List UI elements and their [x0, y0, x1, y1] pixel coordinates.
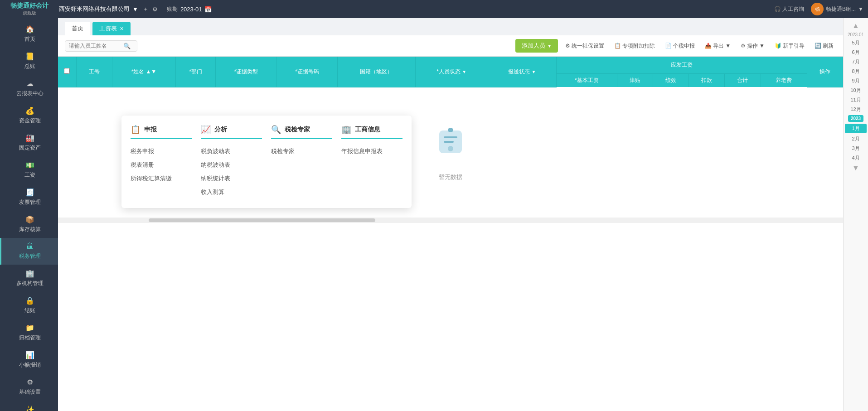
section-label-expert: 税检专家 — [285, 126, 310, 134]
sidebar-item-fund[interactable]: 💰 资金管理 — [0, 102, 58, 129]
refresh-label: 刷新 — [823, 42, 834, 50]
menu-item-tax-stats[interactable]: 纳税统计表 — [201, 172, 262, 185]
action-operation[interactable]: ⚙ 操作 ▼ — [738, 40, 767, 52]
sidebar-item-invoice[interactable]: 🧾 发票管理 — [0, 184, 58, 211]
cal-month-7[interactable]: 7月 — [852, 57, 859, 67]
sidebar-item-xiaochang[interactable]: 📊 小畅报销 — [0, 346, 58, 373]
select-all-checkbox[interactable] — [64, 68, 70, 74]
cal-month-1[interactable]: 1月 — [845, 124, 867, 133]
section-title-declaration: 📋 申报 — [131, 125, 192, 139]
company-selector[interactable]: 西安虾米网络科技有限公司 ▼ — [59, 5, 138, 13]
tab-salary-table[interactable]: 工资表 ✕ — [92, 22, 131, 35]
sidebar-item-cloud[interactable]: ☁ 云报表中心 — [0, 75, 58, 102]
xiaochang-icon: 📊 — [25, 351, 34, 359]
cal-month-8[interactable]: 8月 — [852, 67, 859, 76]
sidebar-item-ledger[interactable]: 📒 总账 — [0, 48, 58, 75]
action-special-deduct[interactable]: 📋 专项附加扣除 — [611, 40, 658, 52]
salary-table: 工号 *姓名 ▲▼ *部门 *证据类型 *证据号码 国籍（地区） *人员状态 ▼… — [58, 57, 843, 87]
tab-close-btn[interactable]: ✕ — [120, 26, 124, 32]
sidebar-item-inventory[interactable]: 📦 库存核算 — [0, 211, 58, 238]
menu-section-analysis: 📈 分析 税负波动表 纳税波动表 纳税统计表 收入测算 — [201, 125, 262, 199]
sidebar-item-guide[interactable]: ✨ 新手引导 — [0, 401, 58, 411]
empty-text: 暂无数据 — [439, 173, 462, 181]
guide-toolbar-icon: 🔰 — [775, 43, 781, 49]
settings-btn[interactable]: ⚙ — [152, 6, 158, 13]
menu-item-income-settle[interactable]: 所得税汇算清缴 — [131, 172, 192, 185]
scroll-bar-wrap — [58, 218, 843, 223]
sidebar-item-tax[interactable]: 🏛 税务管理 — [0, 238, 58, 265]
th-deduct: 扣款 — [689, 74, 725, 87]
tax-return-icon: 📄 — [665, 43, 672, 49]
menu-item-tax-burden[interactable]: 税负波动表 — [201, 145, 262, 158]
action-guide[interactable]: 🔰 新手引导 — [772, 40, 807, 52]
search-input[interactable] — [69, 43, 123, 49]
section-label-analysis: 分析 — [214, 126, 227, 134]
scroll-bar-thumb[interactable] — [149, 218, 375, 222]
action-social-insurance[interactable]: ⚙ 统一社保设置 — [563, 40, 607, 52]
sidebar-item-multi[interactable]: 🏢 多机构管理 — [0, 265, 58, 292]
sidebar-label-assets: 固定资产 — [19, 144, 41, 152]
calendar-icon[interactable]: 📅 — [204, 6, 212, 13]
expert-icon: 🔍 — [271, 125, 281, 135]
calendar-up-btn[interactable]: ▲ — [851, 20, 861, 31]
service-btn[interactable]: 🎧 人工咨询 — [774, 5, 804, 13]
cal-month-4[interactable]: 4月 — [852, 153, 859, 163]
service-icon: 🎧 — [774, 6, 781, 12]
cal-month-11[interactable]: 11月 — [850, 95, 861, 105]
sidebar-item-close[interactable]: 🔒 结账 — [0, 292, 58, 319]
social-insurance-label: 统一社保设置 — [572, 42, 604, 50]
sidebar-label-settings: 基础设置 — [19, 388, 41, 396]
menu-item-income-calc[interactable]: 收入测算 — [201, 185, 262, 199]
sidebar-item-settings[interactable]: ⚙ 基础设置 — [0, 373, 58, 401]
menu-item-tax-declare[interactable]: 税务申报 — [131, 145, 192, 158]
top-header: 畅捷通好会计 旗舰版 西安虾米网络科技有限公司 ▼ ＋ ⚙ 账期 2023-01… — [0, 0, 868, 18]
special-deduct-icon: 📋 — [614, 43, 621, 49]
period-value[interactable]: 2023-01 — [180, 6, 202, 13]
business-icon: 🏢 — [341, 125, 351, 135]
cal-month-3[interactable]: 3月 — [852, 144, 859, 153]
archive-icon: 📁 — [25, 324, 34, 332]
app-subtitle: 旗舰版 — [23, 10, 36, 16]
app-title: 畅捷通好会计 — [10, 2, 48, 10]
tax-dropdown-menu: 📋 申报 税务申报 税表清册 所得税汇算清缴 📈 分析 — [121, 116, 412, 208]
section-title-business: 🏢 工商信息 — [341, 125, 402, 139]
action-tax-return[interactable]: 📄 个税申报 — [662, 40, 698, 52]
menu-item-tax-table[interactable]: 税表清册 — [131, 158, 192, 172]
cal-month-6[interactable]: 6月 — [852, 48, 859, 57]
sidebar-item-salary[interactable]: 💵 工资 — [0, 156, 58, 184]
cal-month-2[interactable]: 2月 — [852, 134, 859, 144]
cal-month-5[interactable]: 5月 — [852, 38, 859, 48]
tax-return-label: 个税申报 — [673, 42, 695, 50]
tab-home[interactable]: 首页 — [65, 22, 90, 35]
content-area: 首页 工资表 ✕ 🔍 添加人员 ▼ ⚙ 统一 — [58, 18, 843, 411]
cal-month-9[interactable]: 9月 — [852, 76, 859, 86]
sidebar-item-assets[interactable]: 🏭 固定资产 — [0, 129, 58, 156]
special-deduct-label: 专项附加扣除 — [622, 42, 655, 50]
cal-month-12[interactable]: 12月 — [850, 105, 861, 114]
user-area[interactable]: 畅 畅捷通B组... ▼ — [811, 3, 863, 15]
sidebar-item-home[interactable]: 🏠 首页 — [0, 20, 58, 48]
menu-item-expert[interactable]: 税检专家 — [271, 145, 332, 158]
export-icon: 📤 — [705, 43, 712, 49]
add-person-dropdown-icon: ▼ — [547, 44, 552, 48]
th-subsidy: 津贴 — [617, 74, 653, 87]
sidebar-label-xiaochang: 小畅报销 — [19, 361, 41, 369]
sidebar-item-archive[interactable]: 📁 归档管理 — [0, 319, 58, 346]
cal-year-2023[interactable]: 2023 — [848, 115, 863, 122]
th-total: 合计 — [725, 74, 761, 87]
period-label: 账期 — [167, 5, 178, 13]
th-region: 国籍（地区） — [337, 57, 415, 87]
th-id-num: *证据号码 — [276, 57, 337, 87]
add-company-btn[interactable]: ＋ — [143, 5, 149, 13]
menu-section-declaration: 📋 申报 税务申报 税表清册 所得税汇算清缴 — [131, 125, 192, 199]
export-dropdown-icon: ▼ — [725, 43, 731, 49]
menu-item-annual-report[interactable]: 年报信息申报表 — [341, 145, 402, 158]
multi-icon: 🏢 — [25, 269, 34, 278]
svg-point-3 — [448, 146, 453, 151]
action-refresh[interactable]: 🔄 刷新 — [812, 40, 836, 52]
add-person-btn[interactable]: 添加人员 ▼ — [515, 39, 558, 53]
calendar-down-btn[interactable]: ▼ — [851, 163, 861, 174]
menu-item-tax-payment[interactable]: 纳税波动表 — [201, 158, 262, 172]
action-export[interactable]: 📤 导出 ▼ — [702, 40, 733, 52]
cal-month-10[interactable]: 10月 — [850, 86, 861, 95]
